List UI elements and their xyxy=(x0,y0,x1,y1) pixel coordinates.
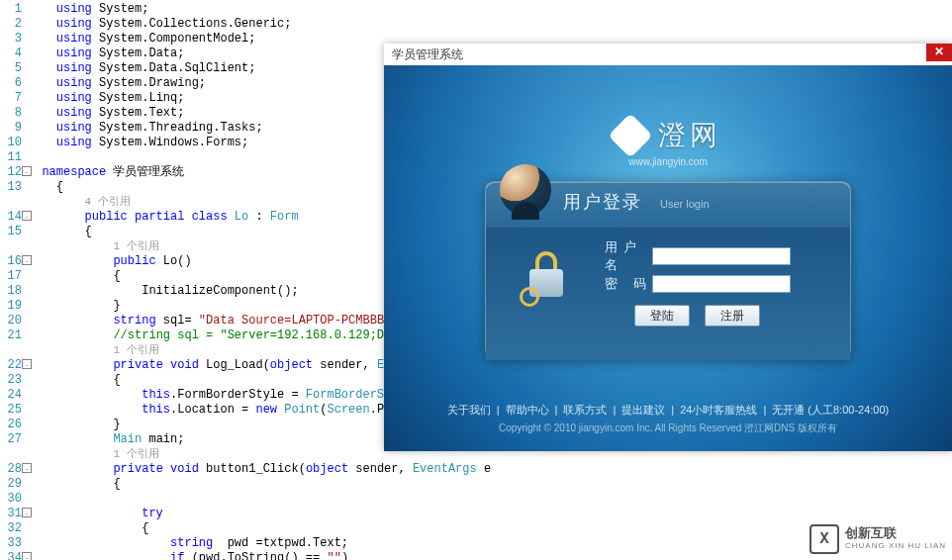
fold-toggle[interactable]: - xyxy=(22,166,32,176)
line-number: 2 xyxy=(0,17,22,32)
line-number: 31 xyxy=(0,507,22,521)
line-number: 22 xyxy=(0,358,22,373)
line-number: 14 xyxy=(0,210,22,225)
line-number: 6 xyxy=(0,76,22,91)
line-number xyxy=(0,343,22,358)
line-number: 33 xyxy=(0,536,22,551)
fold-toggle[interactable]: - xyxy=(22,463,32,473)
watermark-text: 创新互联 CHUANG XIN HU LIAN xyxy=(845,526,946,552)
lock-icon xyxy=(529,253,565,297)
line-number: 28 xyxy=(0,462,22,477)
line-number xyxy=(0,447,22,462)
line-number: 24 xyxy=(0,388,22,403)
footer-link[interactable]: 无开通 (人工8:00-24:00) xyxy=(772,404,889,416)
code-line[interactable]: using System.Collections.Generic; xyxy=(28,17,952,32)
login-button[interactable]: 登陆 xyxy=(634,305,690,327)
line-number: 25 xyxy=(0,403,22,418)
line-number: 23 xyxy=(0,373,22,388)
panel-body: 用户名 密 码 登陆 注册 xyxy=(486,228,850,360)
logo-icon xyxy=(609,113,653,157)
footer-link[interactable]: 24小时客服热线 xyxy=(680,404,757,416)
login-body: 澄网 www.jiangyin.com 用户登录 User login 用户名 … xyxy=(384,65,952,451)
watermark: X 创新互联 CHUANG XIN HU LIAN xyxy=(809,524,946,554)
line-number: 1 xyxy=(0,2,22,17)
fold-toggle[interactable]: - xyxy=(22,359,32,369)
code-line[interactable] xyxy=(28,492,952,507)
button-row: 登陆 注册 xyxy=(634,305,772,327)
line-number: 17 xyxy=(0,269,22,284)
username-label: 用户名 xyxy=(605,238,652,274)
password-label: 密 码 xyxy=(605,275,652,293)
username-row: 用户名 xyxy=(605,245,791,267)
code-line[interactable]: { xyxy=(28,477,952,492)
line-number: 8 xyxy=(0,106,22,121)
login-window: 学员管理系统 ✕ 澄网 www.jiangyin.com 用户登录 User l… xyxy=(384,44,952,451)
panel-title: 用户登录 xyxy=(563,190,642,214)
panel-header: 用户登录 User login xyxy=(486,182,850,228)
line-number: 4 xyxy=(0,47,22,61)
login-panel: 用户登录 User login 用户名 密 码 登陆 注册 xyxy=(485,181,851,359)
line-number: 32 xyxy=(0,521,22,536)
line-number-gutter: 1234567891011121314151617181920212223242… xyxy=(0,0,28,560)
panel-title-en: User login xyxy=(660,198,710,210)
logo-subtext: www.jiangyin.com xyxy=(384,156,952,167)
line-number: 15 xyxy=(0,225,22,239)
line-number: 10 xyxy=(0,136,22,150)
line-number: 9 xyxy=(0,121,22,136)
code-line[interactable]: using System; xyxy=(28,2,952,17)
line-number: 13 xyxy=(0,180,22,195)
password-input[interactable] xyxy=(652,275,791,293)
line-number: 21 xyxy=(0,328,22,343)
window-title: 学员管理系统 xyxy=(392,47,463,61)
line-number: 20 xyxy=(0,314,22,328)
code-line[interactable]: - try xyxy=(28,507,952,521)
line-number: 26 xyxy=(0,418,22,432)
password-row: 密 码 xyxy=(605,273,791,295)
line-number: 3 xyxy=(0,32,22,47)
close-button[interactable]: ✕ xyxy=(926,44,952,61)
footer-link[interactable]: 关于我们 xyxy=(447,404,491,416)
login-footer: 关于我们|帮助中心|联系方式|提出建议|24小时客服热线|无开通 (人工8:00… xyxy=(384,403,952,435)
line-number: 29 xyxy=(0,477,22,492)
logo-text: 澄网 xyxy=(658,117,721,154)
fold-toggle[interactable]: - xyxy=(22,211,32,221)
register-button[interactable]: 注册 xyxy=(705,305,760,327)
line-number: 11 xyxy=(0,150,22,165)
line-number: 7 xyxy=(0,91,22,106)
footer-links: 关于我们|帮助中心|联系方式|提出建议|24小时客服热线|无开通 (人工8:00… xyxy=(384,403,952,418)
footer-link[interactable]: 联系方式 xyxy=(563,404,607,416)
line-number xyxy=(0,239,22,254)
footer-link[interactable]: 帮助中心 xyxy=(506,404,549,416)
line-number: 16 xyxy=(0,254,22,269)
title-bar[interactable]: 学员管理系统 ✕ xyxy=(384,44,952,65)
logo-area: 澄网 www.jiangyin.com xyxy=(384,117,952,167)
line-number: 5 xyxy=(0,61,22,76)
avatar-icon xyxy=(500,164,551,216)
fold-toggle[interactable]: - xyxy=(22,508,32,517)
line-number: 27 xyxy=(0,432,22,447)
code-line[interactable]: - private void button1_Click(object send… xyxy=(28,462,952,477)
copyright: Copyright © 2010 jiangyin.com Inc. All R… xyxy=(384,421,952,435)
fold-toggle[interactable]: - xyxy=(22,255,32,265)
line-number: 18 xyxy=(0,284,22,299)
username-input[interactable] xyxy=(652,247,791,265)
line-number: 34 xyxy=(0,551,22,560)
watermark-logo-icon: X xyxy=(809,524,839,554)
line-number xyxy=(0,195,22,210)
fold-toggle[interactable]: - xyxy=(22,552,32,560)
line-number: 19 xyxy=(0,299,22,314)
line-number: 30 xyxy=(0,492,22,507)
close-icon: ✕ xyxy=(934,45,944,58)
line-number: 12 xyxy=(0,165,22,180)
footer-link[interactable]: 提出建议 xyxy=(621,404,665,416)
